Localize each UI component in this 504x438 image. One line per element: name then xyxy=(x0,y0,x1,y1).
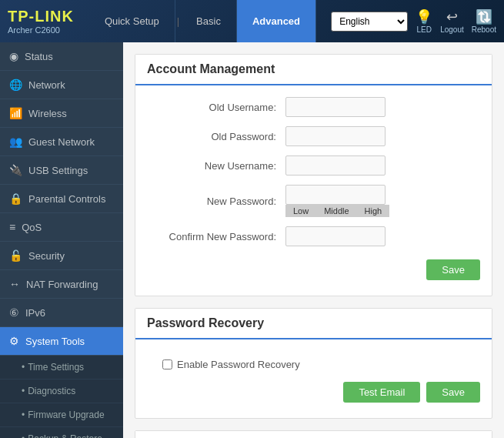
nat-icon: ↔ xyxy=(9,278,20,290)
sidebar-sub-backup-restore[interactable]: Backup & Restore xyxy=(0,427,123,438)
tab-quick-setup[interactable]: Quick Setup xyxy=(89,0,175,42)
password-recovery-body: Enable Password Recovery Test Email Save xyxy=(135,339,492,418)
header: TP-LINK Archer C2600 Quick Setup | Basic… xyxy=(0,0,504,42)
sidebar-item-qos[interactable]: ≡ QoS xyxy=(0,213,123,242)
enable-recovery-label: Enable Password Recovery xyxy=(177,359,300,370)
old-username-input[interactable] xyxy=(285,97,386,117)
sidebar-sub-firmware-upgrade[interactable]: Firmware Upgrade xyxy=(0,403,123,427)
wireless-icon: 📶 xyxy=(9,107,22,119)
qos-icon: ≡ xyxy=(9,221,15,233)
main-layout: ◉ Status 🌐 Network 📶 Wireless 👥 Guest Ne… xyxy=(0,42,504,438)
ipv6-icon: ⑥ xyxy=(9,306,19,319)
new-password-input[interactable] xyxy=(285,185,386,205)
local-management-section: Local Management Access for All LANConne… xyxy=(135,430,492,438)
content-area: Account Management Old Username: Old Pas… xyxy=(123,42,504,438)
account-save-button[interactable]: Save xyxy=(426,259,480,280)
sidebar-submenu: Time Settings Diagnostics Firmware Upgra… xyxy=(0,356,123,438)
new-username-input[interactable] xyxy=(285,155,386,176)
old-username-row: Old Username: xyxy=(147,97,480,117)
sidebar-item-guest-network[interactable]: 👥 Guest Network xyxy=(0,128,123,156)
tab-advanced[interactable]: Advanced xyxy=(237,0,316,42)
nav-tabs: Quick Setup | Basic Advanced xyxy=(89,0,331,42)
enable-recovery-row: Enable Password Recovery xyxy=(147,359,480,370)
sidebar-item-wireless[interactable]: 📶 Wireless xyxy=(0,99,123,128)
sidebar-sub-time-settings[interactable]: Time Settings xyxy=(0,356,123,379)
logo-model: Archer C2600 xyxy=(8,25,74,35)
usb-icon: 🔌 xyxy=(9,164,22,176)
security-icon: 🔓 xyxy=(9,249,22,262)
new-username-label: New Username: xyxy=(147,160,285,172)
sidebar-item-parental-controls[interactable]: 🔒 Parental Controls xyxy=(0,185,123,213)
header-right: English Chinese 💡 LED ↩ Logout 🔃 Reboot xyxy=(331,8,496,34)
nav-separator: | xyxy=(175,15,181,27)
sidebar: ◉ Status 🌐 Network 📶 Wireless 👥 Guest Ne… xyxy=(0,42,123,438)
strength-middle: Middle xyxy=(316,205,356,217)
new-password-field-group: Low Middle High xyxy=(285,185,389,217)
language-select[interactable]: English Chinese xyxy=(331,12,408,32)
account-management-title: Account Management xyxy=(135,55,492,85)
sidebar-item-network[interactable]: 🌐 Network xyxy=(0,71,123,99)
test-email-button[interactable]: Test Email xyxy=(343,382,420,403)
password-recovery-section: Password Recovery Enable Password Recove… xyxy=(135,308,492,419)
parental-icon: 🔒 xyxy=(9,192,22,205)
old-username-label: Old Username: xyxy=(147,102,285,113)
strength-high: High xyxy=(357,205,390,217)
logout-button[interactable]: ↩ Logout xyxy=(440,8,464,34)
sidebar-item-usb-settings[interactable]: 🔌 USB Settings xyxy=(0,156,123,185)
reboot-button[interactable]: 🔃 Reboot xyxy=(472,8,496,34)
old-password-input[interactable] xyxy=(285,126,386,146)
password-strength-bar: Low Middle High xyxy=(285,205,389,217)
confirm-password-input[interactable] xyxy=(285,226,386,246)
reboot-icon: 🔃 xyxy=(476,8,492,25)
account-management-section: Account Management Old Username: Old Pas… xyxy=(135,54,492,296)
confirm-password-label: Confirm New Password: xyxy=(147,231,285,242)
status-icon: ◉ xyxy=(9,50,18,62)
new-username-row: New Username: xyxy=(147,155,480,176)
sidebar-item-security[interactable]: 🔓 Security xyxy=(0,242,123,270)
confirm-password-row: Confirm New Password: xyxy=(147,226,480,246)
sidebar-sub-diagnostics[interactable]: Diagnostics xyxy=(0,379,123,403)
old-password-label: Old Password: xyxy=(147,131,285,142)
recovery-btn-row: Test Email Save xyxy=(147,378,480,406)
new-password-row: New Password: Low Middle High xyxy=(147,185,480,217)
sidebar-item-ipv6[interactable]: ⑥ IPv6 xyxy=(0,299,123,327)
account-save-row: Save xyxy=(147,256,480,284)
system-tools-icon: ⚙ xyxy=(9,335,19,347)
tab-basic[interactable]: Basic xyxy=(181,0,237,42)
logo-text: TP-LINK xyxy=(8,8,74,25)
old-password-row: Old Password: xyxy=(147,126,480,146)
sidebar-item-nat-forwarding[interactable]: ↔ NAT Forwarding xyxy=(0,270,123,299)
account-management-body: Old Username: Old Password: New Username… xyxy=(135,85,492,296)
password-recovery-title: Password Recovery xyxy=(135,309,492,339)
recovery-save-button[interactable]: Save xyxy=(426,382,480,403)
logo-area: TP-LINK Archer C2600 xyxy=(8,8,74,35)
led-button[interactable]: 💡 LED xyxy=(416,8,432,34)
logout-icon: ↩ xyxy=(446,8,458,25)
local-management-title: Local Management xyxy=(135,431,492,438)
sidebar-item-status[interactable]: ◉ Status xyxy=(0,42,123,71)
sidebar-item-system-tools[interactable]: ⚙ System Tools xyxy=(0,327,123,356)
guest-network-icon: 👥 xyxy=(9,135,22,148)
led-icon: 💡 xyxy=(416,8,432,25)
enable-recovery-checkbox[interactable] xyxy=(162,359,172,369)
new-password-label: New Password: xyxy=(147,196,285,207)
network-icon: 🌐 xyxy=(9,79,22,91)
strength-low: Low xyxy=(285,205,316,217)
